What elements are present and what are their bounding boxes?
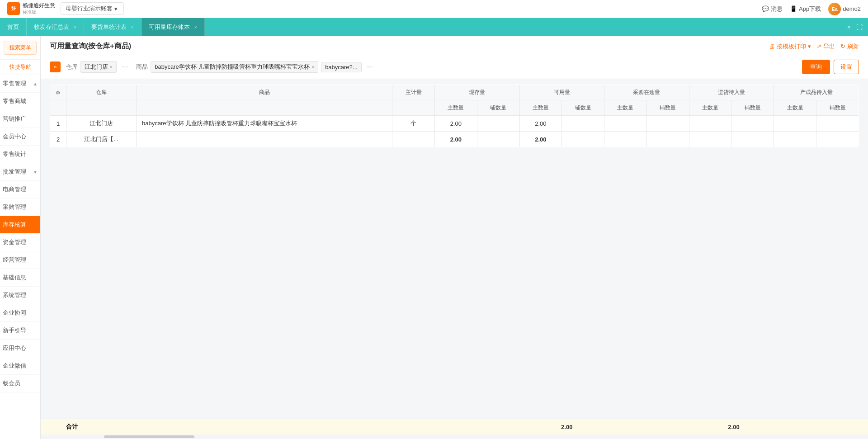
warehouse-filter-group: 仓库 江北门店 × ··· [66,61,131,73]
summary-empty-3 [462,423,525,431]
print-template-btn[interactable]: 🖨 按模板打印 ▾ [769,42,811,51]
refresh-icon: ↻ [840,43,845,50]
avatar: Ea [828,3,841,15]
export-label: 导出 [823,42,835,51]
chevron-down-icon: ▾ [114,5,118,12]
product-tag-remove-1[interactable]: × [311,65,314,70]
th-available-main-qty: 主数量 [519,100,562,116]
sidebar-item-new-guide[interactable]: 新手引导 [0,322,40,340]
nav-tabs: 首页 收发存汇总表 × 要货单统计表 × 可用量库存账本 × × ⛶ [0,18,868,36]
sidebar-item-retail-stats[interactable]: 零售统计 [0,146,40,163]
cell-product-2 [137,132,392,147]
sidebar-search-area: 搜索菜单 [0,36,40,60]
product-tag-1[interactable]: babycare学饮杯 儿童防摔防撞吸管杯重力球吸嘴杯宝宝水杯 × [151,61,318,73]
th-current-main-qty: 主数量 [434,100,477,116]
cell-production-pending-main-2 [774,132,816,147]
th-production-pending: 产成品待入量 [774,85,859,100]
page-actions: 🖨 按模板打印 ▾ ↗ 导出 ↻ 刷新 [769,42,859,51]
cell-current-aux-2 [477,132,519,147]
scroll-bar-area[interactable] [41,434,868,439]
th-empty-2 [66,100,137,116]
warehouse-more-btn[interactable]: ··· [119,62,131,72]
cell-warehouse-2: 江北门店【... [66,132,137,147]
table-container[interactable]: ⚙ 仓库 商品 主计量 现存量 可用量 采购在途量 进货待入量 产成品待入量 [41,79,868,419]
query-btn[interactable]: 查询 [802,60,830,74]
sidebar-item-vip-member[interactable]: 畅会员 [0,375,40,392]
scroll-thumb[interactable] [104,435,194,438]
filter-actions: 查询 设置 [802,60,859,74]
export-icon: ↗ [816,43,821,50]
th-purchase-transit-aux: 辅数量 [646,100,689,116]
message-btn[interactable]: 💬 消息 [762,5,783,13]
table-row: 1 江北门店 babycare学饮杯 儿童防摔防撞吸管杯重力球吸嘴杯宝宝水杯 个… [50,116,859,132]
th-settings[interactable]: ⚙ [50,85,66,100]
tab-available-inventory[interactable]: 可用量库存账本 × [142,18,205,36]
warehouse-tag-1[interactable]: 江北门店 × [80,61,117,73]
th-inbound-pending-main: 主数量 [689,100,731,116]
sidebar-item-business-mgmt[interactable]: 经营管理 [0,251,40,269]
sidebar-item-marketing[interactable]: 营销推广 [0,110,40,128]
sidebar-item-system-mgmt[interactable]: 系统管理 [0,287,40,304]
industry-selector[interactable]: 母婴行业演示账套 ▾ [61,2,124,15]
th-purchase-transit: 采购在途量 [604,85,689,100]
th-product: 商品 [137,85,392,100]
summary-empty-1 [50,423,66,431]
quick-nav-btn[interactable]: 快捷导航 [0,60,40,75]
sidebar-item-label: 库存核算 [3,221,26,229]
tab-order-stats-close[interactable]: × [131,25,134,30]
cell-current-main-2: 2.00 [434,132,477,147]
sidebar-item-ecommerce-mgmt[interactable]: 电商管理 [0,181,40,198]
logo-icon: 好 [7,2,20,15]
tab-available-inventory-close[interactable]: × [194,25,197,30]
th-current-stock: 现存量 [434,85,519,100]
cell-purchase-transit-main-1 [604,116,647,132]
message-icon: 💬 [762,5,769,12]
sidebar-item-inventory-mgmt[interactable]: 库存核算 [0,216,40,234]
sidebar-item-retail-mall[interactable]: 零售商城 [0,93,40,110]
sidebar-item-enterprise-wechat[interactable]: 企业微信 [0,357,40,375]
page-header: 可用量查询(按仓库+商品) 🖨 按模板打印 ▾ ↗ 导出 ↻ 刷新 [41,36,868,55]
search-menu-btn[interactable]: 搜索菜单 [4,41,37,55]
sidebar-item-wholesale-mgmt[interactable]: 批发管理 ▼ [0,163,40,181]
tab-home[interactable]: 首页 [0,18,27,36]
cell-current-aux-1 [477,116,519,132]
cell-available-main-2: 2.00 [519,132,562,147]
close-all-tabs-btn[interactable]: × [845,22,853,33]
filter-expand-btn[interactable]: » [50,61,61,72]
print-icon: 🖨 [769,43,775,50]
summary-table: 合计 2.00 2.00 [50,423,859,431]
sidebar-item-member-center[interactable]: 会员中心 [0,128,40,146]
sidebar-item-app-center[interactable]: 应用中心 [0,340,40,357]
warehouse-tag-remove[interactable]: × [110,65,113,70]
sidebar-item-purchase-mgmt[interactable]: 采购管理 [0,198,40,216]
tab-order-stats[interactable]: 要货单统计表 × [84,18,142,36]
expand-tab-btn[interactable]: ⛶ [854,22,864,33]
settings-btn[interactable]: 设置 [834,60,859,74]
refresh-btn[interactable]: ↻ 刷新 [840,42,859,51]
summary-bar: 合计 2.00 2.00 [41,419,868,434]
sidebar-item-label: 基础信息 [3,274,26,282]
sidebar-item-retail-mgmt[interactable]: 零售管理 ▲ [0,75,40,93]
tab-receive-summary-close[interactable]: × [74,25,76,30]
export-btn[interactable]: ↗ 导出 [816,42,835,51]
top-bar-right: 💬 消息 📱 App下载 Ea demo2 [762,3,861,15]
sidebar-item-label: 零售管理 [3,80,26,88]
sidebar-item-enterprise-coop[interactable]: 企业协同 [0,304,40,322]
product-more-btn[interactable]: ··· [364,62,376,72]
tab-receive-summary[interactable]: 收发存汇总表 × [27,18,84,36]
sidebar-item-basic-info[interactable]: 基础信息 [0,269,40,287]
user-area[interactable]: Ea demo2 [828,3,861,15]
sidebar-item-label: 电商管理 [3,185,26,194]
th-available-aux-qty: 辅数量 [562,100,604,116]
sidebar-item-finance-mgmt[interactable]: 资金管理 [0,234,40,251]
product-tag-2[interactable]: babycare?... [321,62,362,72]
th-main-unit: 主计量 [392,85,435,100]
sidebar-nav: 零售管理 ▲ 零售商城 营销推广 会员中心 零售统计 批发管理 ▼ 电商管理 [0,75,40,392]
logo-text-area: 畅捷通好生意 标准版 [23,2,55,15]
download-btn[interactable]: 📱 App下载 [790,5,821,13]
chevron-down-icon: ▾ [808,43,811,50]
th-empty-4 [392,100,435,116]
th-production-pending-main: 主数量 [774,100,816,116]
sidebar-item-label: 新手引导 [3,326,26,335]
sidebar-item-label: 营销推广 [3,115,26,123]
